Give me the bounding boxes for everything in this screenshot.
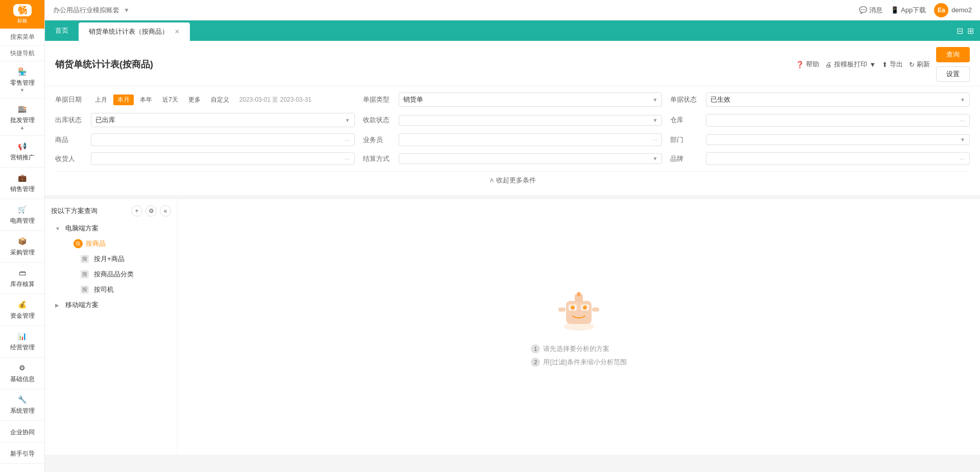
brand-select[interactable]: ··· (706, 152, 970, 165)
filter-consignee: 收货人 ··· (55, 152, 355, 165)
sidebar-item-app-center[interactable]: 应用中心 (0, 464, 44, 472)
filter-row-2: 出库状态 已出库 ▼ 收款状态 ▼ 仓库 (55, 113, 970, 127)
date-tab-7days[interactable]: 近7天 (158, 95, 182, 105)
sidebar-search[interactable]: 搜索菜单 (0, 29, 44, 46)
tree-item-mobile[interactable]: ▶ 移动端方案 (45, 297, 177, 313)
date-tab-last-month[interactable]: 上月 (91, 95, 111, 105)
help-label: 帮助 (806, 60, 819, 69)
out-status-value: 已出库 (95, 115, 115, 125)
sidebar-item-ecommerce[interactable]: 🛒 电商管理 (0, 199, 44, 231)
date-tab-more[interactable]: 更多 (184, 95, 205, 105)
add-scheme-button[interactable]: + (131, 205, 142, 217)
tab-close-icon[interactable]: ✕ (175, 28, 180, 35)
sidebar: 畅 标账 搜索菜单 快捷导航 🏪 零售管理 ▼ 🏬 批发管理 ▲ 📢 营销推广 … (0, 0, 45, 472)
date-tab-this-year[interactable]: 本年 (136, 95, 156, 105)
tree-item-by-goods-cat[interactable]: 按 按商品品分类 (45, 267, 177, 282)
basic-icon: ⚙ (17, 363, 28, 373)
filter-warehouse: 仓库 ··· (670, 113, 970, 127)
dept-arrow: ▼ (960, 137, 965, 143)
collapse-bar[interactable]: ∧ 收起更多条件 (55, 171, 970, 189)
main-area: 办公用品行业模拟账套 ▼ 💬 消息 📱 App下载 Ea demo2 首页 销货… (45, 0, 980, 472)
salesperson-select[interactable]: ··· (399, 133, 663, 146)
date-tab-custom[interactable]: 自定义 (207, 95, 233, 105)
page-header: 销货单统计计表(按商品) ❓ 帮助 🖨 按模板打印 ▼ ⬆ 导出 (45, 41, 980, 86)
consignee-select[interactable]: ··· (91, 152, 355, 165)
refresh-icon: ↻ (909, 61, 915, 68)
topbar-right: 💬 消息 📱 App下载 Ea demo2 (859, 3, 972, 17)
salesperson-more[interactable]: ··· (652, 136, 657, 144)
export-button[interactable]: ⬆ 导出 (882, 60, 903, 69)
sidebar-item-inventory[interactable]: 🗃 库存核算 (0, 263, 44, 294)
warehouse-select[interactable]: ··· (706, 114, 970, 127)
payment-select[interactable]: ▼ (399, 153, 663, 164)
sidebar-item-operations[interactable]: 📊 经营管理 (0, 326, 44, 358)
sales-label: 销售管理 (10, 185, 35, 194)
sidebar-item-wholesale[interactable]: 🏬 批发管理 ▲ (0, 99, 44, 136)
filter-recv-status: 收款状态 ▼ (363, 113, 663, 127)
consignee-more[interactable]: ··· (345, 155, 350, 162)
tree-item-by-month-goods[interactable]: 按 按月+商品 (45, 251, 177, 267)
sidebar-item-marketing[interactable]: 📢 营销推广 (0, 136, 44, 168)
quick-nav-label[interactable]: 快捷导航 (10, 50, 35, 57)
sidebar-item-newbie[interactable]: 新手引导 (0, 442, 44, 464)
collapse-panel-button[interactable]: « (160, 205, 171, 217)
doc-type-select[interactable]: 销货单 ▼ (399, 92, 663, 107)
help-button[interactable]: ❓ 帮助 (796, 60, 819, 69)
filter-date: 单据日期 上月 本月 本年 近7天 更多 自定义 2023-03-01 至 20… (55, 92, 355, 107)
sidebar-item-sales[interactable]: 💼 销售管理 (0, 168, 44, 199)
message-button[interactable]: 💬 消息 (859, 6, 883, 15)
sidebar-item-basic[interactable]: ⚙ 基础信息 (0, 358, 44, 389)
content-area: 按以下方案查询 + ⚙ « ▼ 电脑端方案 按 (45, 199, 980, 455)
template-print-arrow: ▼ (869, 61, 876, 68)
sidebar-quick-nav[interactable]: 快捷导航 (0, 46, 44, 61)
template-print-button[interactable]: 🖨 按模板打印 ▼ (825, 60, 876, 69)
search-menu-label[interactable]: 搜索菜单 (10, 33, 35, 40)
tab-maximize-icon[interactable]: ⊞ (967, 26, 974, 36)
topbar: 办公用品行业模拟账套 ▼ 💬 消息 📱 App下载 Ea demo2 (45, 0, 980, 20)
date-tab-this-month[interactable]: 本月 (113, 95, 134, 105)
username: demo2 (951, 6, 972, 14)
query-button[interactable]: 查询 (936, 47, 970, 62)
topbar-dropdown-icon[interactable]: ▼ (124, 7, 130, 14)
sidebar-item-retail[interactable]: 🏪 零售管理 ▼ (0, 61, 44, 99)
logo-text: 标账 (17, 17, 28, 25)
sidebar-item-finance[interactable]: 💰 资金管理 (0, 294, 44, 326)
scheme-settings-button[interactable]: ⚙ (145, 205, 157, 217)
tab-sales-stats[interactable]: 销货单统计计表（按商品） ✕ (79, 22, 190, 41)
page-title: 销货单统计计表(按商品) (55, 58, 153, 70)
refresh-button[interactable]: ↻ 刷新 (909, 60, 930, 69)
out-status-select[interactable]: 已出库 ▼ (91, 113, 355, 127)
tree-item-pc[interactable]: ▼ 电脑端方案 (45, 221, 177, 236)
sidebar-item-enterprise[interactable]: 企业协同 (0, 421, 44, 442)
inventory-label: 库存核算 (10, 280, 35, 289)
warehouse-more[interactable]: ··· (960, 116, 965, 124)
date-control: 上月 本月 本年 近7天 更多 自定义 2023-03-01 至 2023-03… (91, 95, 355, 105)
tab-minimize-icon[interactable]: ⊟ (957, 26, 963, 36)
goods-more[interactable]: ··· (345, 136, 350, 144)
recv-status-select[interactable]: ▼ (399, 115, 663, 126)
svg-point-5 (583, 305, 587, 310)
by-goods-label: 按商品 (86, 239, 106, 248)
tree-item-by-driver[interactable]: 按 按司机 (45, 282, 177, 297)
settings-button[interactable]: 设置 (936, 66, 970, 82)
filter-brand: 品牌 ··· (670, 152, 970, 165)
goods-cat-label: 按商品品分类 (94, 270, 134, 279)
sidebar-item-system[interactable]: 🔧 系统管理 (0, 389, 44, 421)
recv-status-arrow: ▼ (652, 117, 657, 123)
user-area[interactable]: Ea demo2 (934, 3, 972, 17)
tree-item-by-goods[interactable]: 按 按商品 (45, 236, 177, 251)
goods-select[interactable]: ··· (91, 133, 355, 146)
month-goods-arrow (70, 256, 78, 262)
app-download-button[interactable]: 📱 App下载 (891, 6, 926, 15)
mobile-label: 移动端方案 (65, 300, 99, 310)
doc-type-arrow: ▼ (652, 97, 657, 103)
driver-icon: 按 (81, 286, 89, 294)
sidebar-item-purchase[interactable]: 📦 采购管理 (0, 231, 44, 263)
filter-salesperson: 业务员 ··· (363, 133, 663, 146)
doc-type-value: 销货单 (403, 95, 423, 104)
dept-select[interactable]: ▼ (706, 134, 970, 145)
brand-more[interactable]: ··· (960, 155, 965, 162)
doc-status-select[interactable]: 已生效 ▼ (706, 92, 970, 107)
tab-home[interactable]: 首页 (45, 20, 79, 41)
filter-doc-status: 单据状态 已生效 ▼ (670, 92, 970, 107)
